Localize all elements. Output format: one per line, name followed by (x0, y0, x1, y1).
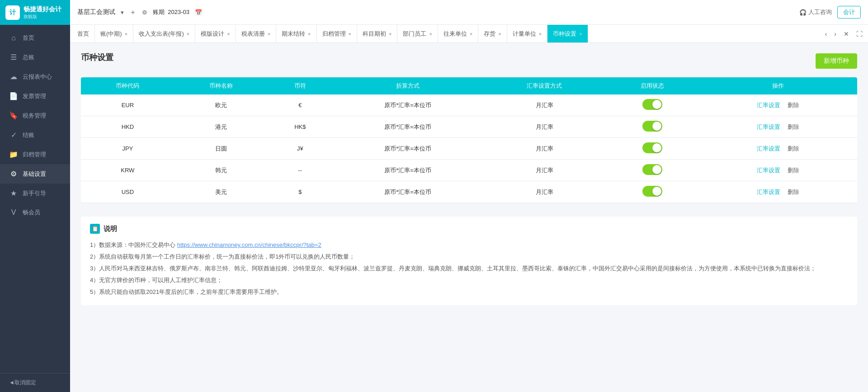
notes-icon: 📋 (90, 224, 100, 234)
sidebar-item-首页[interactable]: ⌂首页 (0, 28, 70, 47)
toggle-2[interactable] (642, 142, 662, 153)
tab-close-10[interactable]: × (498, 31, 501, 37)
sidebar-item-总账[interactable]: ☰总账 (0, 47, 70, 67)
table-row: JPY日圆J¥原币*汇率=本位币月汇率汇率设置删除 (81, 138, 857, 160)
cell-toggle-0 (606, 94, 699, 116)
tab-期末结转[interactable]: 期末结转 × (276, 25, 316, 43)
tab-close-8[interactable]: × (429, 31, 432, 37)
help-button[interactable]: 🎧 人工咨询 (799, 8, 832, 16)
tab-close-3[interactable]: × (227, 31, 230, 37)
sidebar-item-畅会员[interactable]: V畅会员 (0, 203, 70, 222)
tab-label-6: 归档管理 (322, 30, 346, 38)
sidebar-item-结账[interactable]: ✓结账 (0, 125, 70, 145)
cell-2-4: 月汇率 (483, 138, 606, 160)
cell-toggle-3 (606, 160, 699, 181)
tab-close-6[interactable]: × (349, 31, 351, 37)
page-content: 币种设置 新增币种 币种代码币种名称币符折算方式汇率设置方式启用状态操作 EUR… (70, 43, 868, 392)
tab-close-1[interactable]: × (125, 31, 127, 37)
company-dropdown-icon[interactable]: ▾ (121, 9, 124, 16)
add-tab-icon[interactable]: ＋ (129, 8, 137, 17)
cell-2-3: 原币*汇率=本位币 (332, 138, 483, 160)
tab-close-7[interactable]: × (389, 31, 392, 37)
toggle-knob-4 (652, 187, 661, 196)
tab-税表清册[interactable]: 税表清册 × (236, 25, 276, 43)
tab-label-5: 期末结转 (282, 30, 305, 38)
tab-币种设置[interactable]: 币种设置 × (547, 25, 588, 43)
tab-科目期初[interactable]: 科目期初 × (357, 25, 397, 43)
tab-close-2[interactable]: × (187, 31, 189, 37)
calendar-icon[interactable]: 📅 (195, 9, 202, 16)
nav-label-4: 税务管理 (23, 112, 46, 120)
cell-0-1: 欧元 (175, 94, 268, 116)
toggle-0[interactable] (642, 99, 662, 110)
tab-首页[interactable]: 首页 (72, 25, 95, 43)
tab-计量单位[interactable]: 计量单位 × (507, 25, 547, 43)
tab-close-11[interactable]: × (539, 31, 542, 37)
delete-link-3[interactable]: 删除 (788, 167, 799, 174)
tab-close-4[interactable]: × (268, 31, 270, 37)
tab-label-4: 税表清册 (241, 30, 265, 38)
table-row: KRW韩元--原币*汇率=本位币月汇率汇率设置删除 (81, 160, 857, 181)
toggle-knob-0 (652, 100, 661, 109)
tab-close-5[interactable]: × (308, 31, 311, 37)
tab-close-9[interactable]: × (470, 31, 472, 37)
note-item-3: 4）无官方牌价的币种，可以用人工维护汇率信息； (90, 274, 848, 286)
toggle-knob-2 (652, 143, 661, 152)
toggle-4[interactable] (642, 186, 662, 197)
tab-部门员工[interactable]: 部门员工 × (397, 25, 438, 43)
delete-link-1[interactable]: 删除 (788, 123, 799, 130)
cell-2-2: J¥ (268, 138, 332, 160)
tab-close-12[interactable]: × (579, 31, 582, 37)
logo-icon: 计 (5, 5, 20, 20)
rate-settings-link-2[interactable]: 汇率设置 (757, 145, 780, 152)
delete-link-2[interactable]: 删除 (788, 145, 799, 152)
user-role-button[interactable]: 会计 (837, 6, 861, 19)
tabs-bar: 首页账(中期) ×收入支出表(年报) ×模版设计 ×税表清册 ×期末结转 ×归档… (70, 25, 868, 43)
delete-link-4[interactable]: 删除 (788, 189, 799, 195)
toggle-knob-1 (652, 122, 661, 131)
cell-0-4: 月汇率 (483, 94, 606, 116)
rate-settings-link-4[interactable]: 汇率设置 (757, 189, 780, 195)
tab-expand-button[interactable]: ⛶ (853, 25, 866, 43)
notes-list: 1）数据来源：中国外汇交易中心 https://www.chinamoney.c… (90, 239, 848, 298)
tab-模版设计[interactable]: 模版设计 × (195, 25, 236, 43)
rate-settings-link-0[interactable]: 汇率设置 (757, 102, 780, 109)
tab-label-1: 账(中期) (100, 30, 122, 38)
header: 基层工会测试 ▾ ＋ ⚙ 账期 2023-03 📅 🎧 人工咨询 会计 (70, 0, 868, 25)
note-item-0: 1）数据来源：中国外汇交易中心 https://www.chinamoney.c… (90, 239, 848, 251)
tab-prev-button[interactable]: ‹ (821, 25, 831, 43)
tab-往来单位[interactable]: 往来单位 × (438, 25, 478, 43)
nav-label-8: 新手引导 (23, 189, 46, 198)
nav-label-5: 结账 (23, 131, 34, 139)
cell-3-4: 月汇率 (483, 160, 606, 181)
delete-link-0[interactable]: 删除 (788, 102, 799, 109)
sidebar-item-云报表中心[interactable]: ☁云报表中心 (0, 67, 70, 86)
company-name: 基层工会测试 (77, 8, 115, 16)
col-header-汇率设置方式: 汇率设置方式 (483, 77, 606, 94)
new-currency-button[interactable]: 新增币种 (816, 53, 857, 69)
sidebar-footer-pin[interactable]: ◄取消固定 (0, 373, 70, 392)
tab-收入支出表(年报)[interactable]: 收入支出表(年报) × (133, 25, 195, 43)
col-header-操作: 操作 (699, 77, 857, 94)
tab-账(中期)[interactable]: 账(中期) × (95, 25, 133, 43)
sidebar-item-新手引导[interactable]: ★新手引导 (0, 184, 70, 203)
cell-4-1: 美元 (175, 181, 268, 203)
tab-label-0: 首页 (77, 30, 89, 38)
sidebar-item-税务管理[interactable]: 🔖税务管理 (0, 106, 70, 125)
sidebar-item-归档管理[interactable]: 📁归档管理 (0, 145, 70, 164)
nav-icon-3: 📄 (9, 92, 18, 100)
tab-next-button[interactable]: › (830, 25, 840, 43)
tab-存货[interactable]: 存货 × (478, 25, 507, 43)
chinamoney-link[interactable]: https://www.chinamoney.com.cn/chinese/bk… (177, 241, 321, 248)
sidebar-item-发票管理[interactable]: 📄发票管理 (0, 86, 70, 106)
rate-settings-link-3[interactable]: 汇率设置 (757, 167, 780, 174)
toggle-3[interactable] (642, 164, 662, 175)
tab-归档管理[interactable]: 归档管理 × (317, 25, 357, 43)
sidebar-item-基础设置[interactable]: ⚙基础设置 (0, 164, 70, 184)
toggle-1[interactable] (642, 121, 662, 132)
settings-icon[interactable]: ⚙ (142, 9, 147, 16)
cell-2-0: JPY (81, 138, 175, 160)
tab-close-all-button[interactable]: ✕ (840, 25, 853, 43)
page-title: 币种设置 (81, 52, 113, 63)
rate-settings-link-1[interactable]: 汇率设置 (757, 123, 780, 130)
